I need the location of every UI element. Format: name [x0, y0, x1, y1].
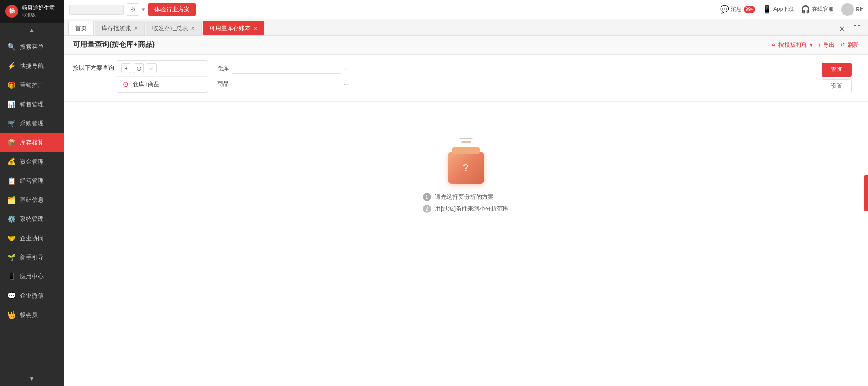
sidebar-label-marketing: 营销推广 [20, 81, 44, 89]
top-header: ⚙ ▾ 体验行业方案 💬 消息 99+ 📱 App下载 🎧 在线客服 Rit [64, 0, 868, 19]
scheme-add-btn[interactable]: + [121, 63, 131, 73]
sidebar-item-enterprise[interactable]: 🤝 企业协同 [0, 229, 64, 248]
sidebar-item-operations[interactable]: 📋 经营管理 [0, 171, 64, 190]
sidebar-item-corpwx[interactable]: 💬 企业微信 [0, 286, 64, 305]
print-icon: 🖨 [771, 41, 777, 48]
print-action[interactable]: 🖨 按模板打印 ▾ [771, 41, 813, 49]
sidebar-label-operations: 经营管理 [20, 177, 44, 185]
empty-tips: 1 请先选择要分析的方案 2 用[过滤]条件来缩小分析范围 [423, 193, 509, 213]
refresh-action[interactable]: ↺ 刷新 [840, 41, 859, 49]
empty-tip-2: 2 用[过滤]条件来缩小分析范围 [423, 205, 509, 213]
tip-num-2: 2 [423, 205, 431, 213]
message-action[interactable]: 💬 消息 99+ [720, 5, 755, 14]
right-scroll-indicator[interactable] [864, 175, 868, 211]
product-label: 商品 [217, 80, 229, 88]
quicknav-icon: ⚡ [7, 62, 15, 70]
sidebar-item-sales[interactable]: 📊 销售管理 [0, 95, 64, 114]
scroll-up-arrow[interactable]: ▲ [26, 25, 37, 36]
service-action[interactable]: 🎧 在线客服 [801, 5, 834, 14]
sidebar-item-newguide[interactable]: 🌱 新手引导 [0, 248, 64, 267]
filter-label: 按以下方案查询 [73, 60, 114, 72]
tab-batch[interactable]: 库存批次账 ✕ [95, 21, 145, 35]
scroll-down-arrow[interactable]: ▼ [26, 373, 37, 384]
sidebar-label-inventory: 库存核算 [20, 139, 44, 147]
sidebar-item-inventory[interactable]: 📦 库存核算 [0, 133, 64, 152]
warehouse-more-icon[interactable]: ··· [344, 65, 349, 72]
scheme-toolbar: + ⊙ « [117, 61, 208, 77]
sidebar-item-quicknav[interactable]: ⚡ 快捷导航 [0, 57, 64, 76]
tab-summary-close[interactable]: ✕ [191, 26, 195, 31]
tip-num-1: 1 [423, 193, 431, 201]
tab-summary[interactable]: 收发存汇总表 ✕ [146, 21, 202, 35]
page-content: 可用量查询(按仓库+商品) 🖨 按模板打印 ▾ ↑ 导出 ↺ 刷新 按以下方案 [64, 36, 868, 386]
marketing-icon: 🎁 [7, 81, 15, 89]
product-more-icon[interactable]: ··· [344, 81, 349, 87]
print-dropdown-icon[interactable]: ▾ [810, 41, 813, 48]
sidebar-item-basic[interactable]: 🗂️ 基础信息 [0, 190, 64, 210]
system-icon: ⚙️ [7, 215, 15, 223]
industry-btn[interactable]: 体验行业方案 [148, 3, 196, 16]
page-title-actions: 🖨 按模板打印 ▾ ↑ 导出 ↺ 刷新 [771, 41, 859, 49]
tab-available[interactable]: 可用量库存账本 ✕ [203, 21, 264, 35]
sidebar-label-enterprise: 企业协同 [20, 234, 44, 242]
product-input[interactable] [232, 78, 341, 89]
scheme-item-warehouse-product[interactable]: ⊙ 仓库+商品 [117, 77, 208, 92]
sidebar-item-vip[interactable]: 👑 畅会员 [0, 305, 64, 324]
corpwx-icon: 💬 [7, 292, 15, 300]
sidebar-item-purchase[interactable]: 🛒 采购管理 [0, 114, 64, 133]
sidebar-brand: 畅康通好生意 标准版 [22, 5, 55, 18]
user-profile[interactable]: Rit [841, 3, 863, 16]
sidebar-item-marketing[interactable]: 🎁 营销推广 [0, 76, 64, 95]
breadcrumb-input[interactable] [69, 5, 124, 15]
sidebar-item-appcenter[interactable]: 📱 应用中心 [0, 267, 64, 286]
message-label: 消息 [731, 5, 742, 13]
sidebar-label-finance: 资金管理 [20, 158, 44, 166]
tab-batch-close[interactable]: ✕ [134, 26, 138, 31]
sidebar-label-quicknav: 快捷导航 [20, 62, 44, 70]
export-action[interactable]: ↑ 导出 [818, 41, 835, 49]
query-button[interactable]: 查询 [822, 63, 852, 77]
sidebar-label-search: 搜索菜单 [20, 43, 44, 51]
sidebar-scroll-down[interactable]: ▼ [0, 371, 64, 386]
search-icon: 🔍 [7, 43, 15, 51]
sidebar-item-system[interactable]: ⚙️ 系统管理 [0, 210, 64, 229]
sidebar-header: 畅 畅康通好生意 标准版 [0, 0, 64, 23]
tab-home-label: 首页 [75, 24, 87, 32]
tab-expand-button[interactable]: ⛶ [851, 22, 863, 35]
tab-home[interactable]: 首页 [68, 21, 94, 35]
inventory-icon: 📦 [7, 139, 15, 147]
refresh-icon: ↺ [840, 41, 845, 48]
query-fields: 仓库 ··· 商品 ··· [208, 60, 814, 92]
tab-close-button[interactable]: ✕ [835, 22, 848, 35]
app-label: App下载 [773, 5, 794, 13]
empty-tip-1: 1 请先选择要分析的方案 [423, 193, 509, 201]
tab-actions: ✕ ⛶ [835, 22, 868, 35]
empty-state: 1 请先选择要分析的方案 2 用[过滤]条件来缩小分析范围 [64, 102, 868, 249]
appcenter-icon: 📱 [7, 273, 15, 281]
sidebar-subtitle: 标准版 [22, 12, 55, 18]
settings-button[interactable]: 设置 [822, 79, 852, 93]
action-buttons: 查询 设置 [814, 60, 859, 96]
sidebar-scroll-up[interactable]: ▲ [0, 23, 64, 37]
chevron-down-icon[interactable]: ▾ [142, 6, 145, 13]
tab-available-close[interactable]: ✕ [254, 26, 258, 31]
warehouse-input[interactable] [232, 63, 341, 74]
main-area: ⚙ ▾ 体验行业方案 💬 消息 99+ 📱 App下载 🎧 在线客服 Rit [64, 0, 868, 386]
query-row-product: 商品 ··· [217, 78, 814, 89]
sidebar-label-vip: 畅会员 [20, 311, 38, 319]
app-download-action[interactable]: 📱 App下载 [762, 5, 794, 14]
warehouse-field-group: 仓库 ··· [217, 63, 349, 74]
empty-illustration [439, 138, 493, 184]
sidebar-label-purchase: 采购管理 [20, 119, 44, 128]
page-title-bar: 可用量查询(按仓库+商品) 🖨 按模板打印 ▾ ↑ 导出 ↺ 刷新 [64, 36, 868, 55]
vip-icon: 👑 [7, 311, 15, 319]
service-label: 在线客服 [812, 5, 834, 13]
tab-summary-label: 收发存汇总表 [152, 24, 188, 32]
empty-tip-1-text: 请先选择要分析的方案 [435, 193, 494, 201]
scheme-collapse-btn[interactable]: « [147, 63, 157, 73]
gear-button[interactable]: ⚙ [127, 3, 139, 16]
scheme-settings-btn[interactable]: ⊙ [134, 63, 144, 73]
mobile-icon: 📱 [762, 5, 772, 14]
sidebar-item-search[interactable]: 🔍 搜索菜单 [0, 37, 64, 57]
sidebar-item-finance[interactable]: 💰 资金管理 [0, 152, 64, 171]
